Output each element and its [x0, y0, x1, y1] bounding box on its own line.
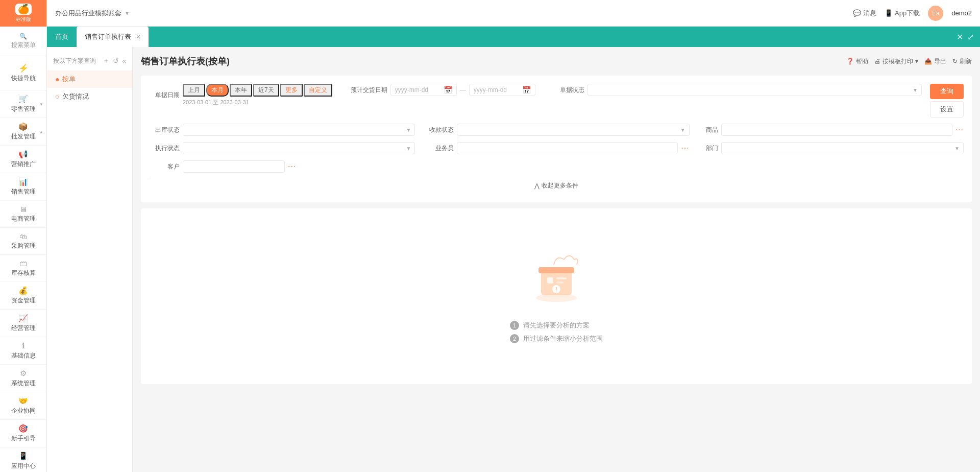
date-separator: — [460, 86, 466, 93]
quick-nav-section: ⚡ 快捷导航 [0, 56, 46, 90]
goods-input[interactable] [721, 124, 952, 136]
dept-select[interactable] [721, 142, 964, 154]
basic-info-icon: ℹ [22, 341, 25, 350]
date-tab-custom[interactable]: 自定义 [304, 84, 332, 97]
search-menu-button[interactable]: 🔍 搜索菜单 [11, 31, 36, 52]
panel-add-button[interactable]: ＋ [103, 56, 110, 65]
date-tab-7days[interactable]: 近7天 [253, 84, 279, 97]
svg-rect-3 [547, 277, 553, 284]
date-tab-this-year[interactable]: 本年 [230, 84, 252, 97]
main-content: 销售订单执行表(按单) ❓ 帮助 🖨 按模板打印 ▾ 📤 导出 [133, 47, 980, 472]
topbar: 办公用品行业模拟账套 ▾ 💬 消息 📱 App下载 Ea demo2 [47, 0, 980, 27]
svg-text:!: ! [556, 287, 557, 292]
salesperson-more-button[interactable]: ··· [681, 144, 689, 153]
left-panel-header: 按以下方案查询 ＋ ↺ « [47, 53, 132, 70]
goods-more-button[interactable]: ··· [955, 125, 964, 134]
finance-icon: 💰 [18, 286, 28, 295]
tab-sales-order[interactable]: 销售订单执行表 × [77, 27, 149, 47]
expected-date-start[interactable]: yyyy-mm-dd 📅 [390, 84, 457, 96]
calendar-icon-start: 📅 [444, 86, 452, 94]
query-button[interactable]: 查询 [930, 84, 964, 99]
expected-date-label: 预计交货日期 [351, 86, 387, 95]
collapse-icon: ⋀ [534, 182, 540, 190]
exec-status-label: 执行状态 [149, 144, 180, 153]
collection-status-label: 收款状态 [423, 126, 454, 134]
refresh-button[interactable]: ↻ 刷新 [952, 57, 972, 66]
salesperson-input[interactable] [457, 142, 678, 154]
tip-text-2: 用过滤条件来缩小分析范围 [523, 334, 603, 343]
panel-item-by-order[interactable]: ● 按单 [47, 70, 132, 88]
template-print-button[interactable]: 🖨 按模板打印 ▾ [874, 57, 918, 66]
sidebar-item-finance[interactable]: 💰 资金管理 [0, 282, 46, 310]
app-subtitle: 标准版 [16, 16, 31, 23]
filter-row-2: 出库状态 收款状态 [149, 124, 964, 136]
sidebar-item-wholesale[interactable]: 📦 批发管理 [0, 118, 46, 146]
sidebar-item-marketing[interactable]: 📢 营销推广 [0, 146, 46, 173]
sidebar-item-beginner[interactable]: 🎯 新手引导 [0, 420, 46, 447]
sidebar-item-operations[interactable]: 📈 经营管理 [0, 310, 46, 337]
panel-collapse-button[interactable]: « [122, 56, 126, 65]
sales-icon: 📊 [18, 177, 28, 186]
date-tab-last-month[interactable]: 上月 [183, 84, 205, 97]
date-tab-more[interactable]: 更多 [280, 84, 303, 97]
tab-close-button[interactable]: × [136, 33, 140, 41]
retail-icon: 🛒 [18, 95, 28, 104]
sidebar-item-ecommerce[interactable]: 🖥 电商管理 [0, 201, 46, 228]
tab-maximize-button[interactable]: ⤢ [967, 32, 974, 42]
marketing-icon: 📢 [18, 150, 28, 159]
panel-item-shortage[interactable]: ○ 欠货情况 [47, 88, 132, 105]
sidebar-item-purchase[interactable]: 🛍 采购管理 [0, 228, 46, 255]
exec-status-select[interactable] [183, 142, 415, 154]
doc-status-select[interactable] [587, 84, 922, 96]
doc-date-filter: 单据日期 上月 本月 本年 近7天 更多 自定义 2023-03-01 至 20… [149, 84, 332, 106]
tab-home[interactable]: 首页 [47, 27, 77, 47]
expected-date-end[interactable]: yyyy-mm-dd 📅 [469, 84, 535, 96]
customer-more-button[interactable]: ··· [288, 162, 296, 171]
sidebar-item-basic-info[interactable]: ℹ 基础信息 [0, 337, 46, 365]
refresh-icon: ↻ [952, 58, 958, 65]
topbar-right: 💬 消息 📱 App下载 Ea demo2 [853, 6, 972, 21]
export-icon: 📤 [924, 58, 932, 65]
sidebar-item-quick-nav[interactable]: ⚡ 快捷导航 [0, 59, 46, 87]
sidebar-item-enterprise-collab[interactable]: 🤝 企业协同 [0, 392, 46, 420]
collection-status-select[interactable] [457, 124, 689, 136]
out-status-select[interactable] [183, 124, 415, 136]
settings-button[interactable]: 设置 [930, 101, 964, 117]
out-status-label: 出库状态 [149, 126, 180, 134]
panel-refresh-button[interactable]: ↺ [113, 56, 119, 65]
app-download-button[interactable]: 📱 App下载 [885, 9, 920, 18]
collapse-bar[interactable]: ⋀ 收起更多条件 [149, 177, 964, 194]
doc-status-select-wrapper [587, 84, 922, 96]
date-tab-this-month[interactable]: 本月 [206, 84, 229, 97]
page-title: 销售订单执行表(按单) [141, 55, 230, 67]
page-title-actions: ❓ 帮助 🖨 按模板打印 ▾ 📤 导出 ↻ 刷新 [846, 57, 972, 66]
message-button[interactable]: 💬 消息 [853, 9, 876, 18]
collapse-label: 收起更多条件 [542, 181, 578, 190]
system-icon: ⚙ [20, 369, 27, 378]
app-logo: 🍊 标准版 [0, 0, 46, 27]
message-icon: 💬 [853, 9, 861, 17]
main-area: 办公用品行业模拟账套 ▾ 💬 消息 📱 App下载 Ea demo2 首页 销售… [47, 0, 980, 472]
page-title-row: 销售订单执行表(按单) ❓ 帮助 🖨 按模板打印 ▾ 📤 导出 [141, 55, 972, 67]
salesperson-label: 业务员 [423, 144, 454, 153]
user-avatar[interactable]: Ea [928, 6, 943, 21]
exec-status-filter: 执行状态 [149, 142, 415, 154]
customer-input[interactable] [183, 160, 285, 173]
by-order-icon: ● [55, 75, 59, 83]
export-button[interactable]: 📤 导出 [924, 57, 946, 66]
inventory-icon: 🗃 [19, 259, 27, 268]
sidebar-item-inventory[interactable]: 🗃 库存核算 [0, 255, 46, 282]
sidebar-item-system[interactable]: ⚙ 系统管理 [0, 365, 46, 392]
tab-close-window-button[interactable]: ✕ [957, 32, 963, 42]
date-range-display: 2023-03-01 至 2023-03-31 [183, 99, 332, 106]
sidebar-item-retail[interactable]: 🛒 零售管理 [0, 90, 46, 118]
tabbar-actions: ✕ ⤢ [950, 32, 980, 42]
sidebar-item-app-center[interactable]: 📱 应用中心 [0, 447, 46, 472]
topbar-dropdown-icon[interactable]: ▾ [126, 10, 129, 17]
sidebar-item-sales[interactable]: 📊 销售管理 [0, 173, 46, 201]
sidebar: 🍊 标准版 🔍 搜索菜单 ⚡ 快捷导航 🛒 零售管理 📦 批发管理 📢 营销推广… [0, 0, 47, 472]
goods-label: 商品 [698, 126, 718, 134]
left-panel: 按以下方案查询 ＋ ↺ « ● 按单 ○ 欠货情况 [47, 47, 133, 472]
help-button[interactable]: ❓ 帮助 [846, 57, 868, 66]
empty-tip-2: 2 用过滤条件来缩小分析范围 [510, 334, 603, 343]
